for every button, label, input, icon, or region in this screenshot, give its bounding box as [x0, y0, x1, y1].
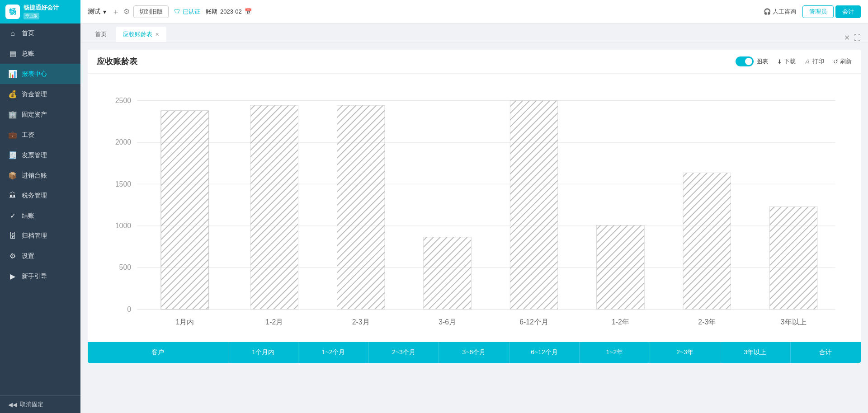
topbar: 测试 ▾ ＋ ⚙ 切到旧版 🛡 已认证 账期 2023-02 📅 🎧 人工咨询 … — [80, 0, 868, 23]
main-area: 测试 ▾ ＋ ⚙ 切到旧版 🛡 已认证 账期 2023-02 📅 🎧 人工咨询 … — [80, 0, 868, 413]
svg-text:2-3月: 2-3月 — [352, 318, 370, 326]
table-col-1: 1个月内 — [228, 342, 298, 363]
expand-icon[interactable]: ⛶ — [854, 33, 861, 42]
calendar-icon[interactable]: 📅 — [245, 8, 252, 15]
svg-text:1500: 1500 — [115, 180, 131, 188]
sidebar-icon-ledger: ▤ — [8, 49, 17, 58]
svg-text:2500: 2500 — [115, 97, 131, 104]
period-label: 账期 — [206, 8, 217, 16]
page-content: 应收账龄表 图表 ⬇ 下载 🖨 打印 ↺ — [80, 42, 868, 413]
tab-home-label: 首页 — [95, 30, 107, 38]
close-panel-icon[interactable]: ✕ — [844, 33, 850, 42]
cancel-fixed-label: 取消固定 — [20, 400, 43, 408]
headset-icon: 🎧 — [764, 8, 771, 15]
sidebar-item-home[interactable]: ⌂ 首页 — [0, 23, 80, 43]
report-header: 应收账龄表 图表 ⬇ 下载 🖨 打印 ↺ — [88, 50, 861, 74]
print-button[interactable]: 🖨 打印 — [805, 57, 824, 66]
sidebar-item-closing[interactable]: ✓ 结账 — [0, 206, 80, 226]
sidebar-item-guide[interactable]: ▶ 新手引导 — [0, 266, 80, 286]
sidebar-label-tax: 税务管理 — [22, 192, 47, 200]
topbar-actions: ＋ ⚙ 切到旧版 — [112, 5, 169, 18]
bar-3 — [337, 105, 385, 309]
project-name: 测试 — [88, 8, 100, 16]
logo-icon: 畅 — [5, 5, 20, 19]
tab-aging[interactable]: 应收账龄表 ✕ — [116, 27, 166, 42]
bar-8 — [769, 207, 817, 310]
sidebar: 畅 畅捷通好会计 专业版 ⌂ 首页▤ 总账📊 报表中心💰 资金管理🏢 固定资产💼… — [0, 0, 80, 413]
tab-aging-label: 应收账龄表 — [123, 30, 152, 38]
sidebar-label-funds: 资金管理 — [22, 90, 47, 99]
sidebar-item-invoices[interactable]: 🧾 发票管理 — [0, 145, 80, 165]
app-edition: 专业版 — [24, 13, 39, 19]
bar-5 — [510, 101, 558, 310]
sidebar-icon-invoices: 🧾 — [8, 151, 17, 160]
sidebar-label-wages: 工资 — [22, 131, 34, 139]
bar-chart: 0 500 1000 1500 2000 2500 — [101, 83, 847, 333]
sidebar-icon-funds: 💰 — [8, 90, 17, 99]
sidebar-label-invoices: 发票管理 — [22, 151, 47, 160]
sidebar-label-settings: 设置 — [22, 252, 34, 260]
app-name: 畅捷通好会计 — [24, 4, 59, 12]
service-label: 人工咨询 — [773, 8, 796, 16]
tab-home[interactable]: 首页 — [88, 27, 114, 42]
sidebar-icon-home: ⌂ — [8, 29, 17, 38]
bar-1 — [161, 111, 209, 310]
svg-text:1-2年: 1-2年 — [612, 318, 629, 326]
sidebar-label-guide: 新手引导 — [22, 272, 47, 281]
sidebar-icon-archive: 🗄 — [8, 232, 17, 240]
tabbar-controls: ✕ ⛶ — [844, 33, 861, 42]
period-value: 2023-02 — [220, 8, 242, 15]
sidebar-label-home: 首页 — [22, 29, 34, 38]
cancel-fixed-button[interactable]: ◀◀ 取消固定 — [0, 395, 80, 413]
svg-text:2000: 2000 — [115, 138, 131, 146]
period-info: 账期 2023-02 📅 — [206, 8, 252, 16]
sidebar-icon-closing: ✓ — [8, 211, 17, 220]
sidebar-item-funds[interactable]: 💰 资金管理 — [0, 84, 80, 104]
table-col-7: 2~3年 — [650, 342, 720, 363]
table-col-4: 3~6个月 — [439, 342, 509, 363]
accountant-button[interactable]: 会计 — [835, 5, 861, 18]
tabbar: 首页 应收账龄表 ✕ ✕ ⛶ — [80, 23, 868, 42]
logo-text-block: 畅捷通好会计 专业版 — [24, 4, 59, 20]
refresh-icon: ↺ — [833, 58, 838, 65]
sidebar-label-trade: 进销台账 — [22, 172, 47, 180]
report-container: 应收账龄表 图表 ⬇ 下载 🖨 打印 ↺ — [88, 50, 861, 363]
sidebar-item-tax[interactable]: 🏛 税务管理 — [0, 186, 80, 206]
table-col-3: 2~3个月 — [369, 342, 439, 363]
svg-text:0: 0 — [127, 305, 131, 313]
bar-7 — [683, 173, 731, 309]
sidebar-label-closing: 结账 — [22, 212, 34, 220]
tab-close-icon[interactable]: ✕ — [155, 32, 159, 38]
sidebar-item-assets[interactable]: 🏢 固定资产 — [0, 104, 80, 125]
sidebar-item-ledger[interactable]: ▤ 总账 — [0, 43, 80, 64]
sidebar-item-settings[interactable]: ⚙ 设置 — [0, 246, 80, 266]
report-title: 应收账龄表 — [97, 56, 137, 67]
bar-2 — [250, 105, 298, 309]
service-button[interactable]: 🎧 人工咨询 — [764, 8, 796, 16]
sidebar-label-assets: 固定资产 — [22, 111, 47, 119]
table-col-6: 1~2年 — [580, 342, 650, 363]
svg-text:3-6月: 3-6月 — [439, 318, 456, 326]
sidebar-item-wages[interactable]: 💼 工资 — [0, 125, 80, 145]
sidebar-item-trade[interactable]: 📦 进销台账 — [0, 165, 80, 186]
gear-icon[interactable]: ⚙ — [123, 7, 130, 16]
sidebar-item-archive[interactable]: 🗄 归档管理 — [0, 226, 80, 246]
chart-toggle-wrap: 图表 — [736, 56, 768, 66]
refresh-button[interactable]: ↺ 刷新 — [833, 57, 852, 66]
manager-button[interactable]: 管理员 — [802, 5, 834, 18]
sidebar-icon-reports: 📊 — [8, 70, 17, 78]
svg-text:1月内: 1月内 — [175, 318, 194, 326]
add-icon[interactable]: ＋ — [112, 6, 120, 17]
sidebar-nav: ⌂ 首页▤ 总账📊 报表中心💰 资金管理🏢 固定资产💼 工资🧾 发票管理📦 进销… — [0, 23, 80, 395]
svg-text:500: 500 — [119, 263, 132, 271]
sidebar-item-reports[interactable]: 📊 报表中心 — [0, 64, 80, 84]
user-buttons: 管理员 会计 — [802, 5, 861, 18]
sidebar-icon-settings: ⚙ — [8, 252, 17, 260]
svg-text:6-12个月: 6-12个月 — [519, 318, 548, 326]
chart-toggle[interactable] — [736, 56, 754, 66]
table-col-9: 合计 — [791, 342, 861, 363]
project-selector[interactable]: 测试 ▾ — [88, 8, 106, 16]
switch-old-button[interactable]: 切到旧版 — [133, 5, 169, 18]
download-button[interactable]: ⬇ 下载 — [777, 57, 796, 66]
sidebar-icon-tax: 🏛 — [8, 192, 17, 200]
